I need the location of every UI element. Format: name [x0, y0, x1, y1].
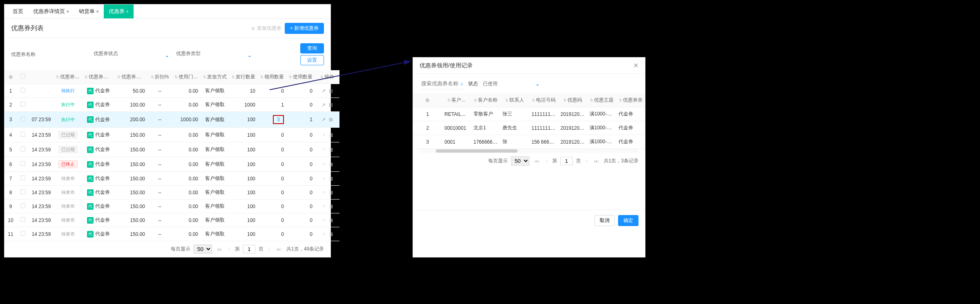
- table-row[interactable]: 714 23:59待发布代代金券150.00--0.00客户领取10000: [4, 172, 339, 186]
- row-checkbox[interactable]: [20, 217, 25, 222]
- table-row[interactable]: 1114 23:59待发布代代金券150.00--0.00客户领取10000: [4, 227, 339, 241]
- page-number-input[interactable]: [243, 245, 255, 253]
- prev-page-icon[interactable]: ‹: [544, 158, 549, 164]
- gear-icon[interactable]: [9, 74, 13, 80]
- close-icon[interactable]: ×: [96, 9, 99, 14]
- tab-item[interactable]: 销货单×: [74, 4, 104, 18]
- tab-item[interactable]: 首页: [8, 4, 28, 18]
- status-badge: 待发布: [59, 203, 77, 210]
- row-checkbox[interactable]: [20, 161, 25, 166]
- row-checkbox[interactable]: [20, 189, 25, 194]
- close-icon[interactable]: ×: [67, 9, 69, 14]
- table-row[interactable]: 1RETAIL...零散客户张三11111111111201912070...满…: [413, 107, 645, 121]
- table-row[interactable]: 514 23:59已过期代代金券150.00--0.00客户领取10000: [4, 142, 339, 157]
- pagination: 每页显示 50 ⏮ ‹ 第 页 › ⏭ 共1页，49条记录: [4, 241, 330, 257]
- coupon-name-input[interactable]: [38, 49, 87, 59]
- qr-icon[interactable]: [329, 102, 333, 108]
- column-header[interactable]: [17, 70, 29, 84]
- table-row[interactable]: 200010001北京1唐先生11111111111201912070...满1…: [413, 121, 645, 135]
- column-header[interactable]: 操作: [315, 70, 339, 84]
- row-checkbox[interactable]: [20, 132, 25, 137]
- prev-page-icon[interactable]: ‹: [227, 246, 232, 252]
- table-row[interactable]: 307 23:59执行中代代金券200.00--1000.00客户领取10031: [4, 112, 339, 128]
- tab-item[interactable]: 优惠券×: [104, 4, 134, 18]
- open-icon: [321, 162, 326, 167]
- modal-search-input[interactable]: [420, 79, 460, 88]
- column-header[interactable]: 折扣%: [147, 70, 172, 84]
- table-row[interactable]: 1待执行代代金券50.00--0.00客户领取1000: [4, 84, 339, 98]
- table-row[interactable]: 1014 23:59待发布代代金券150.00--0.00客户领取10000: [4, 213, 339, 227]
- last-page-icon[interactable]: ⏭: [592, 158, 601, 164]
- claimed-count-link[interactable]: 3: [273, 115, 284, 124]
- column-header[interactable]: 使用门槛...: [172, 70, 201, 84]
- last-page-icon[interactable]: ⏭: [275, 246, 283, 252]
- cancel-button[interactable]: 取消: [594, 215, 615, 226]
- modal-page-input[interactable]: [560, 157, 573, 165]
- qr-icon[interactable]: [329, 117, 333, 122]
- column-header[interactable]: 优惠券类: [616, 93, 645, 107]
- row-checkbox[interactable]: [20, 146, 25, 151]
- select-all-checkbox[interactable]: [20, 74, 25, 79]
- voucher-type-icon: 代: [87, 161, 94, 168]
- column-header[interactable]: 使用数量: [286, 70, 315, 84]
- column-header[interactable]: 发放方式: [201, 70, 229, 84]
- table-row[interactable]: 414 23:59已过期代代金券150.00--0.00客户领取10000: [4, 128, 339, 142]
- first-page-icon[interactable]: ⏮: [215, 246, 223, 252]
- qr-icon: [329, 217, 333, 223]
- coupon-type-select[interactable]: ⌄: [203, 52, 252, 58]
- table-row[interactable]: 814 23:59待发布代代金券150.00--0.00客户领取10000: [4, 186, 339, 200]
- close-icon[interactable]: ✕: [633, 62, 638, 69]
- distribute-coupon-button[interactable]: ⊕ 发放优惠券: [251, 25, 281, 32]
- open-icon[interactable]: [321, 102, 326, 108]
- open-icon[interactable]: [321, 117, 326, 122]
- column-header[interactable]: 领用数量: [258, 70, 286, 84]
- modal-per-page-select[interactable]: 50: [511, 156, 529, 166]
- coupon-status-select[interactable]: ⌄: [121, 52, 170, 58]
- horizontal-scrollbar[interactable]: [420, 149, 638, 153]
- row-checkbox[interactable]: [20, 175, 25, 180]
- table-row[interactable]: 3000117666666666张156 6666 ...201912070..…: [413, 135, 645, 149]
- status-badge: 已过期: [58, 131, 78, 139]
- search-icon[interactable]: ⌕: [460, 81, 463, 87]
- column-header[interactable]: 优惠券类型: [82, 70, 115, 84]
- column-header[interactable]: 发行数量: [229, 70, 258, 84]
- row-checkbox[interactable]: [20, 88, 25, 93]
- add-coupon-button[interactable]: + 新增优惠券: [285, 23, 324, 34]
- column-header[interactable]: 客户名称: [471, 93, 500, 107]
- per-page-select[interactable]: 50: [194, 244, 212, 254]
- column-header[interactable]: 优惠主题: [587, 93, 616, 107]
- column-header[interactable]: 优惠码: [558, 93, 587, 107]
- table-row[interactable]: 914 23:59待发布代代金券150.00--0.00客户领取10000: [4, 200, 339, 213]
- table-row[interactable]: 614 23:59已终止代代金券150.00--0.00客户领取10000: [4, 157, 339, 172]
- open-icon: [321, 231, 326, 237]
- row-checkbox[interactable]: [20, 203, 25, 208]
- table-row[interactable]: 2执行中代代金券100.00--0.00客户领取100010: [4, 98, 339, 112]
- close-icon[interactable]: ×: [126, 9, 129, 14]
- column-header[interactable]: 电话号码: [529, 93, 558, 107]
- modal-status-select[interactable]: 已使用 ⌄: [483, 80, 540, 87]
- open-icon: [321, 176, 326, 182]
- search-button[interactable]: 查询: [300, 43, 324, 53]
- confirm-button[interactable]: 确定: [618, 215, 638, 226]
- column-header[interactable]: 客户...: [442, 93, 471, 107]
- status-badge: 执行中: [59, 116, 77, 123]
- row-checkbox[interactable]: [20, 231, 25, 236]
- column-header[interactable]: 优惠券状态: [54, 70, 82, 84]
- tab-item[interactable]: 优惠券详情页×: [28, 4, 74, 18]
- status-badge: 待发布: [59, 231, 77, 237]
- first-page-icon[interactable]: ⏮: [533, 158, 541, 164]
- open-icon[interactable]: [321, 88, 326, 94]
- column-header[interactable]: [413, 93, 442, 107]
- next-page-icon[interactable]: ›: [267, 246, 272, 252]
- voucher-type-icon: 代: [87, 203, 94, 210]
- row-checkbox[interactable]: [20, 102, 25, 107]
- row-checkbox[interactable]: [20, 117, 25, 122]
- gear-icon[interactable]: [425, 98, 430, 103]
- column-header[interactable]: [29, 70, 54, 84]
- column-header[interactable]: 联系人: [500, 93, 529, 107]
- qr-icon[interactable]: [329, 88, 333, 94]
- next-page-icon[interactable]: ›: [584, 158, 589, 164]
- column-header[interactable]: [4, 70, 17, 84]
- column-header[interactable]: 优惠券面值: [115, 70, 147, 84]
- settings-button[interactable]: 设置: [300, 55, 324, 65]
